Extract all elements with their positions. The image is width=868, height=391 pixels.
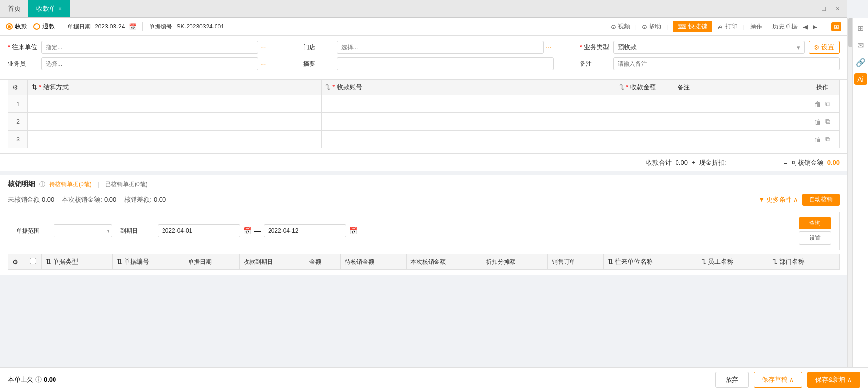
date-start-input[interactable] xyxy=(158,224,240,237)
unverified-value: 0.00 xyxy=(42,196,54,203)
remarks-input[interactable] xyxy=(613,57,840,70)
row-account-2[interactable] xyxy=(321,113,615,131)
tab-close-icon[interactable]: × xyxy=(58,5,62,12)
video-link[interactable]: ⊙ 视频 xyxy=(611,22,630,31)
tab-active[interactable]: 收款单 × xyxy=(28,0,70,17)
row-amount-1[interactable] xyxy=(615,95,674,113)
row-action-1: 🗑 ⧉ xyxy=(805,95,840,113)
radio-refund[interactable]: 退款 xyxy=(33,22,55,31)
receipt-refund-group: 收款 退款 xyxy=(6,22,55,31)
discount-input[interactable] xyxy=(731,158,780,167)
summary-row: 收款合计 0.00 + 现金折扣: = 可核销金额 0.00 xyxy=(0,153,847,171)
divider-1 xyxy=(61,22,61,31)
nav-next[interactable]: ▶ xyxy=(813,23,817,30)
query-btn[interactable]: 查询 xyxy=(799,217,831,229)
sidebar-mail-icon[interactable]: ✉ xyxy=(855,39,866,52)
sidebar-table-icon[interactable]: ⊞ xyxy=(855,22,866,35)
auto-verify-btn[interactable]: 自动核销 xyxy=(802,194,840,206)
right-sidebar: ⊞ ✉ 🔗 Ai xyxy=(852,18,868,367)
delete-icon-2[interactable]: 🗑 xyxy=(814,118,821,126)
form-row-1: * 往来单位 ··· 门店 ··· * 业务类型 预 xyxy=(8,41,840,54)
operation-link[interactable]: 操作 xyxy=(750,22,762,31)
toolbar: 收款 退款 单据日期 2023-03-24 📅 单据编号 SK-20230324… xyxy=(0,18,847,36)
salesperson-more-btn[interactable]: ··· xyxy=(258,60,268,68)
row-remarks-1[interactable] xyxy=(674,95,805,113)
save-draft-button[interactable]: 保存草稿 ∧ xyxy=(754,372,802,388)
salesperson-input[interactable] xyxy=(41,57,258,70)
row-remarks-3[interactable] xyxy=(674,131,805,148)
table-section: ⚙ ⇅ * 结算方式 ⇅ * 收款账号 ⇅ * 收款 xyxy=(0,80,847,153)
copy-icon-2[interactable]: ⧉ xyxy=(825,117,830,126)
store-label: 门店 xyxy=(303,43,333,52)
counterparty-input[interactable] xyxy=(41,41,258,54)
copy-icon-1[interactable]: ⧉ xyxy=(825,100,830,108)
maximize-button[interactable]: □ xyxy=(818,3,830,15)
copy-icon-3[interactable]: ⧉ xyxy=(825,135,830,143)
close-button[interactable]: × xyxy=(832,3,843,15)
bth-checkbox[interactable] xyxy=(26,254,42,270)
help-link[interactable]: ⊙ 帮助 xyxy=(642,22,661,31)
row-num-1: 1 xyxy=(8,95,28,113)
business-type-select[interactable]: 预收款 ▾ xyxy=(613,41,805,54)
print-link[interactable]: 🖨 打印 xyxy=(717,22,738,31)
store-field: 门店 ··· xyxy=(294,41,553,54)
calendar-start-icon[interactable]: 📅 xyxy=(243,227,251,235)
done-tab[interactable]: 已核销单据(0笔) xyxy=(105,180,148,189)
delete-icon-1[interactable]: 🗑 xyxy=(814,100,821,108)
select-all-checkbox[interactable] xyxy=(30,258,36,264)
verify-title-text: 核销明细 xyxy=(8,180,35,189)
bth-receipt-due: 收款到期日 xyxy=(240,254,305,270)
row-account-3[interactable] xyxy=(321,131,615,148)
row-remarks-2[interactable] xyxy=(674,113,805,131)
window-controls: — □ × xyxy=(804,3,847,15)
current-label: 本次核销金额: xyxy=(62,196,102,204)
th-settings[interactable]: ⚙ xyxy=(8,80,28,95)
scrollbar[interactable] xyxy=(847,18,852,367)
delete-icon-3[interactable]: 🗑 xyxy=(814,136,821,143)
nav-prev[interactable]: ◀ xyxy=(803,23,808,30)
setting-button[interactable]: ⚙ 设置 xyxy=(809,41,840,54)
bth-settings[interactable]: ⚙ xyxy=(8,254,26,270)
store-input[interactable] xyxy=(337,41,544,54)
counterparty-more-btn[interactable]: ··· xyxy=(258,43,268,51)
row-settlement-3[interactable] xyxy=(28,131,322,148)
history-link[interactable]: ≡ 历史单据 xyxy=(767,22,798,31)
minimize-button[interactable]: — xyxy=(804,3,816,15)
sidebar-camera-icon[interactable]: Ai xyxy=(854,73,867,85)
scroll-thumb[interactable] xyxy=(848,18,852,47)
verify-setting-btn[interactable]: 设置 xyxy=(799,231,831,245)
row-amount-2[interactable] xyxy=(615,113,674,131)
view-grid-icon[interactable]: ⊞ xyxy=(831,22,841,31)
tab-home[interactable]: 首页 xyxy=(0,0,28,17)
date-end-input[interactable] xyxy=(264,224,346,237)
row-amount-3[interactable] xyxy=(615,131,674,148)
range-select[interactable] xyxy=(54,224,112,237)
summary-input[interactable] xyxy=(337,57,553,70)
more-conditions-link[interactable]: ▼ 更多条件 ∧ xyxy=(759,196,798,204)
sidebar-link-icon[interactable]: 🔗 xyxy=(854,56,868,69)
available-label: 可核销金额 xyxy=(791,158,823,167)
row-settlement-2[interactable] xyxy=(28,113,322,131)
bth-department: ⇅ 部门名称 xyxy=(768,254,839,270)
shortcut-btn[interactable]: ⌨ 快捷键 xyxy=(673,21,712,32)
view-list-icon[interactable]: ≡ xyxy=(822,23,826,30)
info-icon[interactable]: ⓘ xyxy=(39,180,45,189)
row-settlement-1[interactable] xyxy=(28,95,322,113)
pending-tab[interactable]: 待核销单据(0笔) xyxy=(49,180,92,189)
bth-discount: 折扣分摊额 xyxy=(482,254,548,270)
table-row: 2 🗑 ⧉ xyxy=(8,113,840,131)
calendar-end-icon[interactable]: 📅 xyxy=(349,227,357,235)
store-more-btn[interactable]: ··· xyxy=(544,43,554,51)
calendar-icon[interactable]: 📅 xyxy=(129,23,136,30)
bth-doc-type: ⇅ 单据类型 xyxy=(42,254,113,270)
radio-receipt-label: 收款 xyxy=(15,22,27,31)
equals-sign: = xyxy=(784,159,787,166)
settings-icon: ⚙ xyxy=(12,258,18,266)
filter-icon: ▼ xyxy=(759,196,765,203)
info-icon[interactable]: ⓘ xyxy=(35,375,42,384)
discard-button[interactable]: 放弃 xyxy=(715,372,749,388)
row-account-1[interactable] xyxy=(321,95,615,113)
order-value: 0.00 xyxy=(44,376,56,383)
radio-receipt[interactable]: 收款 xyxy=(6,22,27,31)
save-new-button[interactable]: 保存&新增 ∧ xyxy=(807,372,860,388)
